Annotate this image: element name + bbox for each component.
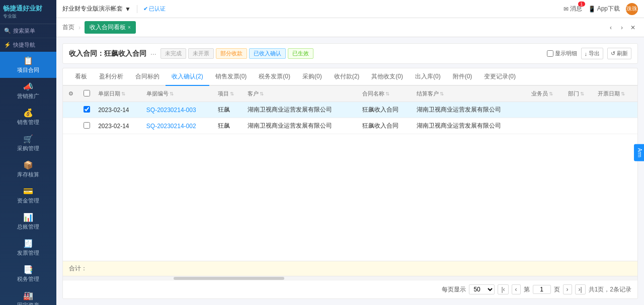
sidebar-item-5[interactable]: 💳资金管理 — [0, 182, 56, 209]
nav-close-button[interactable]: ✕ — [628, 23, 638, 33]
sub-tab-0[interactable]: 看板 — [69, 68, 93, 86]
sidebar-item-0[interactable]: 📋项目合同 — [0, 52, 56, 78]
sub-tab-8[interactable]: 其他收支(0) — [365, 68, 409, 86]
scrollbar-thumb[interactable] — [174, 277, 284, 280]
refresh-button[interactable]: ↺ 刷新 — [607, 48, 631, 59]
sidebar-icon-4: 📦 — [23, 160, 33, 170]
first-page-button[interactable]: |‹ — [498, 284, 508, 294]
breadcrumb-separator: › — [78, 24, 80, 31]
page-input[interactable] — [533, 285, 551, 294]
sort-icon-contract[interactable]: ⇅ — [385, 91, 389, 96]
sub-tab-7[interactable]: 收付款(2) — [328, 68, 366, 86]
status-tag-partial[interactable]: 部分收款 — [216, 48, 247, 59]
page-size-select[interactable]: 20 50 100 — [469, 284, 495, 294]
page-size-label: 每页显示 — [442, 285, 466, 294]
sub-tabs: 看板盈利分析合同标的收入确认(2)销售发票(0)税务发票(0)采购(0)收付款(… — [62, 68, 638, 86]
sidebar-icon-9: 🏭 — [23, 291, 33, 300]
message-icon: ✉ — [564, 6, 569, 13]
sidebar-item-6[interactable]: 📊总账管理 — [0, 209, 56, 235]
cell-checkbox-1[interactable] — [79, 118, 94, 134]
last-page-button[interactable]: ›| — [575, 284, 586, 294]
sub-tab-11[interactable]: 变更记录(0) — [478, 68, 522, 86]
sidebar-quick-nav[interactable]: ⚡ 快捷导航 — [0, 38, 56, 52]
sidebar-label-3: 采购管理 — [17, 145, 39, 152]
sort-icon-date[interactable]: ⇅ — [121, 91, 125, 96]
th-billno: 单据编号⇅ — [142, 86, 214, 102]
contract-header: 收入合同：狂飙收入合同 ··· 未完成未开票部分收款已收入确认已生效 显示明细 … — [62, 43, 638, 64]
contract-prefix: 收入合同： — [69, 49, 104, 57]
export-button[interactable]: ↓ 导出 — [581, 48, 604, 59]
sub-tab-10[interactable]: 附件(0) — [447, 68, 478, 86]
sub-tab-1[interactable]: 盈利分析 — [93, 68, 129, 86]
sub-tab-5[interactable]: 税务发票(0) — [253, 68, 296, 86]
nav-next-button[interactable]: › — [617, 23, 627, 33]
status-tag-confirmed[interactable]: 已收入确认 — [249, 48, 286, 59]
sidebar-item-8[interactable]: 📑税务管理 — [0, 261, 56, 287]
table-scroll[interactable]: ⚙ 单据日期⇅ 单据编号⇅ 项目⇅ 客户⇅ 合同名称⇅ 结算客户⇅ 业务员⇅ — [63, 86, 637, 261]
next-page-button[interactable]: › — [563, 284, 572, 294]
table-footer: 合计： — [63, 261, 637, 276]
cell-checkbox-0[interactable] — [79, 102, 94, 118]
sub-tab-6[interactable]: 采购(0) — [296, 68, 328, 86]
row-checkbox-0[interactable] — [84, 106, 90, 113]
sticky-right-button[interactable]: Arm — [634, 144, 644, 161]
message-button[interactable]: ✉ 消息 1 — [564, 5, 582, 13]
avatar[interactable]: 珠珠 — [626, 3, 638, 15]
sort-icon-dept[interactable]: ⇅ — [580, 91, 584, 96]
show-detail-toggle[interactable]: 显示明细 — [547, 50, 577, 57]
active-tab[interactable]: 收入合同看板 × — [85, 21, 136, 34]
status-tag-incomplete[interactable]: 未完成 — [160, 48, 186, 59]
show-detail-checkbox[interactable] — [547, 50, 553, 57]
table-row[interactable]: 2023-02-14 SQ-20230214-003 狂飙 湖南卫视商业运营发展… — [63, 102, 637, 118]
close-tab-icon[interactable]: × — [128, 25, 131, 30]
sidebar-item-2[interactable]: 💰销售管理 — [0, 104, 56, 130]
sub-tab-9[interactable]: 出入库(0) — [409, 68, 447, 86]
app-subtitle: 专业版 — [3, 13, 53, 20]
sidebar-icon-7: 🧾 — [23, 239, 33, 248]
status-tag-effective[interactable]: 已生效 — [288, 48, 313, 59]
th-setting[interactable]: ⚙ — [63, 86, 79, 102]
breadcrumb-home[interactable]: 首页 — [62, 23, 74, 32]
sort-icon-settlement[interactable]: ⇅ — [440, 91, 444, 96]
export-icon: ↓ — [585, 51, 588, 57]
sub-tab-3[interactable]: 收入确认(2) — [166, 68, 209, 86]
sort-icon-customer[interactable]: ⇅ — [260, 91, 264, 96]
sidebar-item-1[interactable]: 📣营销推广 — [0, 78, 56, 104]
th-checkbox[interactable] — [79, 86, 94, 102]
cell-salesman-0 — [527, 102, 564, 118]
active-tab-label: 收入合同看板 — [90, 23, 126, 32]
nav-prev-button[interactable]: ‹ — [606, 23, 616, 33]
table-row[interactable]: 2023-02-14 SQ-20230214-002 狂飙 湖南卫视商业运营发展… — [63, 118, 637, 134]
cell-billno-0[interactable]: SQ-20230214-003 — [142, 102, 214, 118]
cell-billno-1[interactable]: SQ-20230214-002 — [142, 118, 214, 134]
company-selector[interactable]: 好业财专业版演示帐套 ▼ — [62, 5, 131, 13]
bill-no-link-1[interactable]: SQ-20230214-002 — [146, 123, 196, 130]
message-badge: 1 — [578, 2, 585, 7]
sidebar-item-3[interactable]: 🛒采购管理 — [0, 130, 56, 156]
cell-invoicedate-0 — [594, 102, 637, 118]
sidebar-search[interactable]: 🔍 搜索菜单 — [0, 24, 56, 38]
horizontal-scrollbar[interactable] — [63, 276, 637, 280]
sort-icon-invoicedate[interactable]: ⇅ — [621, 91, 625, 96]
status-tag-uninvoiced[interactable]: 未开票 — [188, 48, 214, 59]
sidebar-item-9[interactable]: 🏭固定资产 — [0, 287, 56, 305]
sort-icon-billno[interactable]: ⇅ — [170, 91, 174, 96]
search-icon: 🔍 — [4, 28, 11, 34]
cell-contract-0: 狂飙收入合同 — [358, 102, 413, 118]
select-all-checkbox[interactable] — [84, 90, 90, 96]
cell-project-1: 狂飙 — [214, 118, 244, 134]
sidebar-item-7[interactable]: 🧾发票管理 — [0, 235, 56, 261]
bill-no-link-0[interactable]: SQ-20230214-003 — [146, 107, 196, 114]
sub-tab-2[interactable]: 合同标的 — [129, 68, 166, 86]
prev-page-button[interactable]: ‹ — [512, 284, 521, 294]
contract-more-button[interactable]: ··· — [150, 50, 156, 58]
app-download-button[interactable]: 📱 App下载 — [588, 5, 620, 13]
sub-tab-4[interactable]: 销售发票(0) — [209, 68, 253, 86]
sort-icon-salesman[interactable]: ⇅ — [549, 91, 553, 96]
row-checkbox-1[interactable] — [84, 122, 90, 129]
page-unit: 页 — [554, 285, 560, 294]
sort-icon-project[interactable]: ⇅ — [230, 91, 234, 96]
th-date: 单据日期⇅ — [94, 86, 142, 102]
sidebar-item-4[interactable]: 📦库存核算 — [0, 156, 56, 182]
sidebar-icon-3: 🛒 — [23, 134, 33, 144]
